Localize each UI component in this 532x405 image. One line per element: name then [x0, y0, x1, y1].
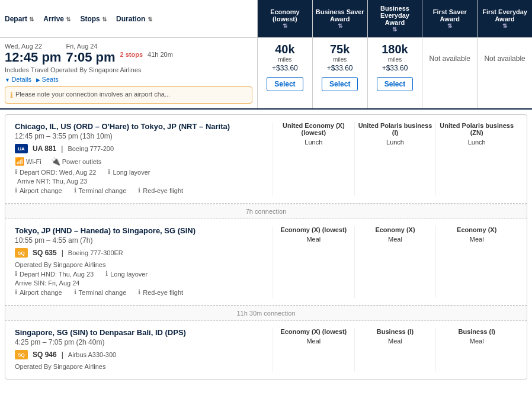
biz-saver-select-button[interactable]: Select	[322, 77, 358, 91]
flight-info-header: Depart ⇅ Arrive ⇅ Stops ⇅ Duration ⇅	[0, 0, 258, 37]
power-amenity: 🔌 Power outlets	[51, 157, 102, 166]
notice-box: ℹ Please note your connection involves a…	[5, 86, 252, 104]
award-cols-header: Economy (lowest) ⇅ Business Saver Award …	[258, 0, 532, 37]
award-col-biz-everyday-header: Business Everyday Award ⇅	[368, 0, 423, 37]
seg3-cabin-0-meal: Meal	[275, 338, 352, 345]
sq-logo: SQ	[15, 248, 28, 258]
sort-duration[interactable]: Duration ⇅	[116, 15, 152, 23]
connection-1-divider: 7h connection	[5, 204, 527, 219]
segment-3-cabin-1: Business (I) Meal	[354, 328, 436, 372]
connection-2-label: 11h 30m connection	[236, 310, 295, 317]
sort-depart[interactable]: Depart ⇅	[5, 15, 34, 23]
segment-2-arrive-info-row: Arrive SIN: Fri, Aug 24	[15, 279, 273, 287]
segment-1-inner: Chicago, IL, US (ORD – O'Hare) to Tokyo,…	[15, 122, 517, 196]
segment-1-left: Chicago, IL, US (ORD – O'Hare) to Tokyo,…	[15, 122, 273, 196]
segment-3-aircraft: Airbus A330-300	[68, 351, 116, 358]
economy-header-label: Economy (lowest)	[260, 8, 310, 22]
segment-1-extras: ℹ Airport change ℹ Terminal change ℹ Red…	[15, 187, 273, 194]
seats-link[interactable]: Seats	[36, 76, 59, 83]
sort-arrive[interactable]: Arrive ⇅	[43, 15, 70, 23]
segment-1-amenities: 📶 Wi-Fi 🔌 Power outlets	[15, 157, 273, 166]
duration-text: 41h 20m	[148, 51, 173, 58]
segment-1-depart-arrive: ℹ Depart ORD: Wed, Aug 22 ℹ Long layover	[15, 168, 273, 176]
seg3-cabin-2-name: Business (I)	[438, 328, 515, 335]
segment-3-right: Economy (X) (lowest) Meal Business (I) M…	[273, 328, 517, 372]
first-saver-not-available: Not available	[427, 43, 473, 75]
first-saver-header-label: First Saver Award	[425, 8, 475, 22]
economy-select-button[interactable]: Select	[267, 77, 303, 91]
seg2-cabin-1-meal: Meal	[357, 236, 434, 243]
details-link[interactable]: Details	[5, 76, 31, 83]
biz-everyday-miles-label: miles	[388, 56, 402, 63]
segment-1-cabin-1: United Polaris business (I) Lunch	[354, 122, 436, 196]
biz-saver-price-col: 75k miles +$33.60 Select	[313, 38, 368, 108]
economy-miles: 40k	[275, 43, 294, 56]
connection-1-label: 7h connection	[246, 208, 287, 215]
economy-tax: +$33.60	[272, 64, 298, 72]
stops-block: 2 stops	[120, 50, 143, 59]
segment-1-cabin-0: United Economy (X) (lowest) Lunch	[273, 122, 354, 196]
biz-everyday-header-label: Business Everyday Award	[370, 5, 420, 26]
award-col-first-everyday-header: First Everyday Award ⇅	[477, 0, 532, 37]
segment-2-cabin-0: Economy (X) (lowest) Meal	[273, 226, 354, 298]
biz-saver-miles: 75k	[330, 43, 350, 56]
segment-3-operated-by: Operated By Singapore Airlines	[15, 363, 273, 370]
segment-1-aircraft: Boeing 777-200	[68, 145, 114, 152]
segment-1-flight-num: UA 881	[33, 144, 56, 153]
cabin-1-meal: Lunch	[357, 139, 434, 146]
segment-2-red-eye: ℹ Red-eye flight	[138, 288, 183, 296]
wifi-icon: 📶	[15, 157, 24, 166]
cabin-0-meal: Lunch	[275, 139, 352, 146]
first-everyday-header-label: First Everyday Award	[480, 8, 530, 22]
pipe-sep2: |	[62, 249, 63, 257]
segment-2-flight-number-row: SQ SQ 635 | Boeing 777-300ER	[15, 248, 273, 258]
first-everyday-not-available: Not available	[482, 43, 527, 75]
notice-icon: ℹ	[10, 91, 13, 99]
duration-block: 41h 20m	[148, 50, 173, 59]
flight-times: Wed, Aug 22 12:45 pm Fri, Aug 24 7:05 pm…	[5, 43, 252, 65]
power-label: Power outlets	[62, 158, 102, 165]
segment-2-time: 10:55 pm – 4:55 am (7h)	[15, 236, 273, 245]
first-everyday-price-col: Not available	[477, 38, 532, 108]
flight-summary-row: Wed, Aug 22 12:45 pm Fri, Aug 24 7:05 pm…	[0, 38, 532, 110]
segment-1-depart-info: ℹ Depart ORD: Wed, Aug 22	[15, 168, 96, 176]
segment-3-cabin-0: Economy (X) (lowest) Meal	[273, 328, 354, 372]
cabin-2-meal: Lunch	[438, 139, 515, 146]
biz-everyday-select-button[interactable]: Select	[377, 77, 413, 91]
arrive-block: Fri, Aug 24 7:05 pm	[66, 43, 115, 65]
flight-summary-left: Wed, Aug 22 12:45 pm Fri, Aug 24 7:05 pm…	[0, 38, 258, 108]
first-saver-price-col: Not available	[422, 38, 477, 108]
biz-saver-header-label: Business Saver Award	[315, 8, 365, 22]
wifi-label: Wi-Fi	[26, 158, 41, 165]
depart-time: 12:45 pm	[5, 50, 61, 65]
header-row: Depart ⇅ Arrive ⇅ Stops ⇅ Duration ⇅ Eco…	[0, 0, 532, 38]
arrive-time: 7:05 pm	[66, 50, 115, 65]
segment-1-terminal-change: ℹ Terminal change	[74, 187, 127, 194]
segment-3-inner: Singapore, SG (SIN) to Denpasar Bali, ID…	[15, 328, 517, 372]
details-seats: Details Seats	[5, 76, 252, 83]
flight-results-container: Depart ⇅ Arrive ⇅ Stops ⇅ Duration ⇅ Eco…	[0, 0, 532, 384]
segment-3-flight-number-row: SQ SQ 946 | Airbus A330-300	[15, 350, 273, 359]
segment-2-depart-info: ℹ Depart HND: Thu, Aug 23	[15, 270, 94, 278]
segment-1-arrive-info-row: Arrive NRT: Thu, Aug 23	[15, 178, 273, 185]
pipe-sep: |	[61, 144, 63, 153]
seg2-cabin-2-meal: Meal	[438, 236, 515, 243]
segment-2-airport-change: ℹ Airport change	[15, 288, 62, 296]
segment-1-time: 12:45 pm – 3:55 pm (13h 10m)	[15, 132, 273, 140]
segment-2-left: Tokyo, JP (HND – Haneda) to Singapore, S…	[15, 226, 273, 298]
segment-1-cabin-2: United Polaris business (ZN) Lunch	[435, 122, 517, 196]
pipe-sep3: |	[62, 351, 63, 359]
segment-2-cabin-1: Economy (X) Meal	[354, 226, 436, 298]
economy-miles-label: miles	[278, 56, 291, 63]
segment-2-inner: Tokyo, JP (HND – Haneda) to Singapore, S…	[15, 226, 517, 298]
seg2-cabin-2-name: Economy (X)	[438, 226, 515, 233]
notice-text: Please note your connection involves an …	[15, 91, 170, 98]
segment-2: Tokyo, JP (HND – Haneda) to Singapore, S…	[5, 219, 527, 306]
segment-2-right: Economy (X) (lowest) Meal Economy (X) Me…	[273, 226, 517, 298]
cabin-0-name: United Economy (X) (lowest)	[275, 122, 352, 136]
segment-2-flight-num: SQ 635	[33, 249, 57, 257]
sort-stops[interactable]: Stops ⇅	[80, 15, 107, 23]
segment-2-operated-by: Operated By Singapore Airlines	[15, 261, 273, 268]
segment-3-cabin-2: Business (I) Meal	[435, 328, 517, 372]
sq-logo-2: SQ	[15, 350, 28, 359]
